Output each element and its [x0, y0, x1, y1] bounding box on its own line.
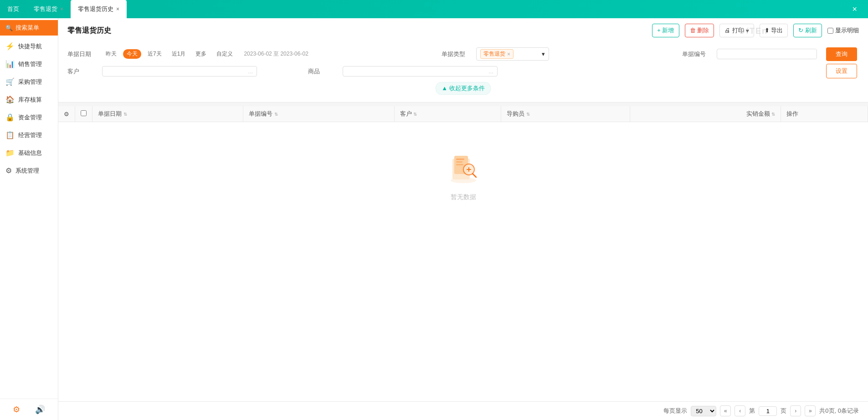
main-layout: 🔍 搜索菜单 ⚡ 快捷导航 📊 销售管理 🛒 采购管理 🏠 库存核算 🔒 资金管…: [0, 18, 868, 420]
product-input[interactable]: ...: [343, 66, 498, 77]
tab-retail-return-history-close[interactable]: ×: [116, 6, 119, 12]
page-suffix: 页: [781, 407, 786, 415]
date-today[interactable]: 今天: [123, 49, 141, 59]
table-area: ⚙ 单据日期 ⇅ 单据编号 ⇅ 客户: [58, 106, 868, 401]
sidebar-item-inventory[interactable]: 🏠 库存核算: [0, 91, 58, 108]
select-all-checkbox[interactable]: [81, 110, 87, 116]
filter-area: 单据日期 昨天 今天 近7天 近1月 更多 自定义 2023-06-02 至 2…: [67, 42, 859, 102]
finance-icon: 🔒: [5, 113, 15, 122]
date-yesterday[interactable]: 昨天: [102, 49, 120, 59]
next-page-btn[interactable]: ›: [790, 405, 801, 416]
svg-rect-4: [456, 161, 462, 163]
th-number-label: 单据编号: [249, 110, 272, 117]
sidebar-search[interactable]: 🔍 搜索菜单: [0, 20, 58, 36]
sidebar-item-operation[interactable]: 📋 经营管理: [0, 126, 58, 144]
doc-number-input[interactable]: [717, 49, 817, 59]
last-page-btn[interactable]: »: [805, 405, 816, 416]
collapse-button[interactable]: ▲ 收起更多条件: [436, 82, 490, 95]
tab-home-label: 首页: [7, 5, 19, 13]
th-settings[interactable]: ⚙: [58, 106, 75, 122]
collapse-label: ▲ 收起更多条件: [442, 84, 484, 92]
show-detail-checkbox[interactable]: 显示明细: [827, 26, 859, 35]
sidebar-item-system[interactable]: ⚙ 系统管理: [0, 162, 58, 179]
audio-bottom-icon[interactable]: 🔊: [35, 405, 45, 415]
sidebar-item-basic-label: 基础信息: [18, 149, 42, 157]
system-icon: ⚙: [5, 166, 12, 175]
empty-text: 暂无数据: [451, 193, 476, 201]
date-more[interactable]: 更多: [192, 49, 210, 59]
content-area: 零售退货历史 + 新增 🗑 删除 🖨 打印 ▾ ⬆ 导出: [58, 18, 868, 420]
toolbar: + 新增 🗑 删除 🖨 打印 ▾ ⬆ 导出 ↻ 刷新: [652, 24, 859, 37]
sidebar-item-purchase[interactable]: 🛒 采购管理: [0, 73, 58, 91]
th-checkbox[interactable]: [75, 106, 92, 122]
tab-retail-return-history[interactable]: 零售退货历史 ×: [71, 0, 127, 18]
export-btn-label: ⬆ 导出: [765, 26, 783, 35]
customer-placeholder: ...: [248, 68, 253, 75]
sidebar-item-finance[interactable]: 🔒 资金管理: [0, 108, 58, 126]
first-page-btn[interactable]: «: [720, 405, 731, 416]
product-label: 商品: [308, 67, 335, 76]
date-custom[interactable]: 自定义: [213, 49, 236, 59]
date-range: 2023-06-02 至 2023-06-02: [244, 50, 308, 58]
tab-retail-return-close[interactable]: ×: [60, 6, 63, 12]
delete-btn-label: 🗑 删除: [690, 26, 709, 35]
sidebar-item-sales[interactable]: 📊 销售管理: [0, 55, 58, 73]
prev-page-btn[interactable]: ‹: [734, 405, 745, 416]
th-number-sort-icon: ⇅: [274, 112, 278, 117]
sidebar-item-basic[interactable]: 📁 基础信息: [0, 144, 58, 162]
th-customer-label: 客户: [400, 110, 412, 117]
th-customer[interactable]: 客户 ⇅: [394, 106, 501, 122]
show-detail-input[interactable]: [827, 28, 833, 34]
sidebar-item-quick-nav[interactable]: ⚡ 快捷导航: [0, 37, 58, 55]
th-guide-label: 导购员: [507, 110, 524, 117]
sidebar-item-quick-nav-label: 快捷导航: [18, 42, 42, 51]
tab-retail-return[interactable]: 零售退货 ×: [26, 0, 71, 18]
per-page-select[interactable]: 50 10 20 100: [691, 406, 716, 416]
page-input[interactable]: [759, 406, 777, 416]
pagination: 每页显示 50 10 20 100 « ‹ 第 页 › » 共0页, 0条记录: [58, 401, 868, 420]
customer-input[interactable]: ...: [102, 66, 257, 77]
window-close-btn[interactable]: ×: [848, 5, 861, 14]
page-header-top: 零售退货历史 + 新增 🗑 删除 🖨 打印 ▾ ⬆ 导出: [67, 24, 859, 37]
sidebar-item-finance-label: 资金管理: [18, 113, 42, 122]
data-table: ⚙ 单据日期 ⇅ 单据编号 ⇅ 客户: [58, 106, 868, 122]
inventory-icon: 🏠: [5, 95, 15, 104]
settings-bottom-icon[interactable]: ⚙: [13, 405, 20, 415]
sales-icon: 📊: [5, 60, 15, 68]
th-number[interactable]: 单据编号 ⇅: [243, 106, 394, 122]
new-button[interactable]: + 新增: [652, 24, 679, 37]
empty-state: 暂无数据: [58, 122, 868, 229]
filter-row-2: 客户 ... 商品 ...: [67, 64, 817, 78]
print-button[interactable]: 🖨 打印 ▾: [719, 24, 754, 37]
product-placeholder: ...: [488, 68, 493, 75]
sidebar-search-label: 搜索菜单: [15, 24, 39, 32]
th-amount-sort-icon: ⇅: [771, 112, 775, 117]
th-guide[interactable]: 导购员 ⇅: [501, 106, 630, 122]
date-last7[interactable]: 近7天: [144, 49, 165, 59]
show-detail-label: 显示明细: [835, 26, 859, 35]
query-button[interactable]: 查询: [826, 47, 857, 61]
sidebar-item-sales-label: 销售管理: [18, 60, 42, 68]
type-filter-select[interactable]: 零售退货 × ▾: [476, 47, 549, 61]
delete-button[interactable]: 🗑 删除: [685, 24, 714, 37]
action-buttons: 查询 设置: [826, 46, 859, 78]
sidebar-item-inventory-label: 库存核算: [18, 96, 42, 104]
export-button[interactable]: ⬆ 导出: [760, 24, 788, 37]
quick-nav-icon: ⚡: [5, 42, 15, 51]
th-date[interactable]: 单据日期 ⇅: [92, 106, 243, 122]
print-dropdown-icon: ▾: [746, 27, 749, 34]
date-filter-label: 单据日期: [67, 50, 95, 58]
type-filter-remove[interactable]: ×: [507, 51, 510, 57]
page-title: 零售退货历史: [67, 26, 111, 36]
svg-rect-5: [456, 164, 463, 165]
customer-label: 客户: [67, 67, 95, 76]
th-amount[interactable]: 实销金额 ⇅: [630, 106, 781, 122]
date-last1month[interactable]: 近1月: [168, 49, 190, 59]
th-action: 操作: [781, 106, 868, 122]
refresh-button[interactable]: ↻ 刷新: [793, 24, 822, 37]
purchase-icon: 🛒: [5, 77, 15, 86]
top-bar: 首页 零售退货 × 零售退货历史 × ×: [0, 0, 868, 18]
type-filter-tag-value: 零售退货: [483, 50, 505, 58]
set-button[interactable]: 设置: [826, 64, 857, 78]
tab-home[interactable]: 首页: [0, 0, 26, 18]
